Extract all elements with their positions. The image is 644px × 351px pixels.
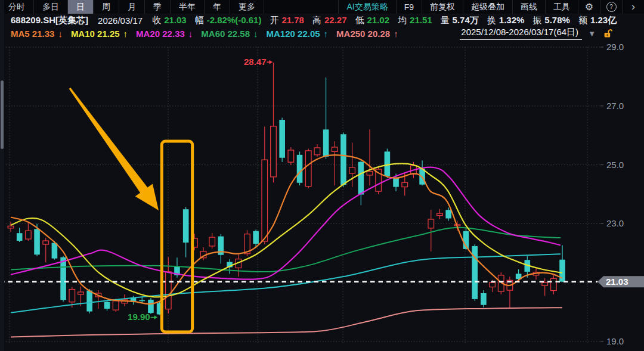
candle-body-up: [367, 171, 373, 175]
candle-body-down: [559, 260, 565, 282]
low-annotation: 19.90: [128, 312, 150, 322]
tab-分时[interactable]: 分时: [0, 0, 34, 14]
tab-多日[interactable]: 多日: [34, 0, 68, 14]
trend-arrow-icon: ↑: [394, 29, 398, 39]
ma-legend-MA60: MA60 22.58↓: [201, 29, 260, 39]
candle-body-up: [43, 241, 49, 244]
ma-line-MA120: [11, 254, 561, 312]
axis-label: 23.0: [606, 218, 624, 228]
ma-line-MA20: [11, 167, 561, 279]
low-arrowhead: [154, 315, 157, 319]
toolbar-button-超级叠加[interactable]: 超级叠加: [463, 0, 512, 14]
period-tabs: 分时多日日周月季半年年更多: [0, 0, 264, 14]
candle-body-down: [472, 246, 478, 299]
gear-icon[interactable]: ⚙: [578, 0, 600, 14]
period-toolbar: 分时多日日周月季半年年更多 AI交易策略F9前复权超级叠加画线工具⚙?›: [0, 0, 644, 14]
trend-arrow-icon: ↓: [188, 29, 193, 39]
trend-arrow-icon: ↓: [58, 29, 63, 39]
candle-body-down: [60, 257, 66, 300]
help-icon[interactable]: ?: [600, 0, 622, 14]
candle-body-up: [314, 148, 320, 155]
candle-body-down: [279, 120, 285, 158]
candle-body-up: [349, 167, 355, 173]
trend-arrow-icon: ↑: [123, 29, 128, 39]
candle-body-down: [183, 209, 189, 243]
candle-body-up: [26, 231, 32, 239]
candle-body-down: [253, 231, 259, 244]
candle-body-up: [78, 292, 84, 294]
last-price-tag-label: 21.03: [606, 277, 628, 287]
candle-body-up: [69, 290, 75, 302]
field-低: 低21.02: [355, 15, 390, 26]
chart-grid: [6, 47, 600, 344]
toolbar-right: AI交易策略F9前复权超级叠加画线工具⚙?›: [338, 0, 644, 14]
ma-legend-MA20: MA20 22.33↓: [136, 29, 195, 39]
ma-legend-MA5: MA5 21.33↓: [11, 29, 65, 39]
toolbar-button-AI交易策略[interactable]: AI交易策略: [338, 0, 395, 14]
quote-fields: 收21.03幅-2.82%(-0.61)开21.78高22.27低21.02均2…: [152, 15, 625, 26]
candle-body-down: [340, 134, 346, 185]
candle-body-up: [271, 126, 277, 177]
quote-info-bar: 688209.SH[英集芯] 2026/03/17 收21.03幅-2.82%(…: [0, 14, 644, 27]
ma-legend-MA250: MA250 20.28↑: [336, 29, 401, 39]
candle-body-up: [402, 182, 408, 187]
tab-年[interactable]: 年: [205, 0, 230, 14]
price-axis: 29.027.025.023.019.021.03: [597, 42, 644, 346]
range-dropdown-icon[interactable]: ▼: [588, 29, 596, 38]
field-换: 换1.32%: [487, 15, 525, 26]
candle-body-up: [428, 219, 434, 228]
ma-legend-MA120: MA120 22.05↑: [267, 29, 331, 39]
candle-body-down: [297, 155, 303, 183]
quote-date: 2026/03/17: [98, 15, 143, 26]
candle-body-up: [209, 237, 215, 246]
date-range-label[interactable]: 2025/12/08-2026/03/17(64日): [460, 27, 582, 40]
high-annotation: 28.47: [244, 57, 267, 67]
toolbar-button-F9[interactable]: F9: [396, 0, 422, 14]
candle-body-up: [288, 150, 294, 162]
candle-body-up: [490, 282, 496, 287]
candle-body-down: [139, 300, 145, 301]
ma-legend-MA10: MA10 21.25↑: [71, 29, 130, 39]
candle-body-up: [551, 278, 557, 290]
tab-月[interactable]: 月: [119, 0, 145, 14]
unlock-icon[interactable]: [603, 29, 613, 39]
candle-body-down: [34, 229, 40, 254]
toolbar-button-画线[interactable]: 画线: [512, 0, 545, 14]
chevron-right-icon[interactable]: ›: [622, 0, 644, 14]
trading-app-window: { "toolbar": { "tabs": [ {"label":"分时","…: [0, 0, 644, 351]
field-均: 均21.51: [398, 15, 432, 26]
tab-半年[interactable]: 半年: [171, 0, 205, 14]
tab-周[interactable]: 周: [94, 0, 119, 14]
ma-lines-layer: [11, 155, 562, 337]
ma-legend-bar: MA5 21.33↓MA10 21.25↑MA20 22.33↓MA60 22.…: [0, 27, 644, 39]
trend-arrow-icon: ↑: [324, 29, 329, 39]
candle-body-down: [358, 162, 364, 195]
candle-body-down: [393, 178, 399, 187]
trend-arrow-icon: ↓: [253, 29, 258, 39]
toolbar-button-前复权[interactable]: 前复权: [422, 0, 463, 14]
ma-line-MA250: [11, 307, 562, 337]
candle-body-up: [542, 282, 548, 285]
candle-body-up: [113, 301, 119, 310]
side-scrollbar[interactable]: [0, 0, 4, 351]
candle-body-up: [262, 160, 268, 241]
scrollbar-thumb[interactable]: [1, 80, 4, 149]
tab-更多[interactable]: 更多: [230, 0, 264, 14]
field-开: 开21.78: [270, 15, 304, 26]
candlestick-chart[interactable]: 28.4719.9029.027.025.023.019.021.03: [0, 0, 644, 351]
axis-label: 29.0: [606, 42, 624, 52]
tab-日[interactable]: 日: [68, 0, 94, 14]
date-range-control: 2025/12/08-2026/03/17(64日) ▼: [460, 27, 613, 40]
field-高: 高22.27: [312, 15, 347, 26]
candle-body-down: [323, 129, 329, 156]
toolbar-button-工具[interactable]: 工具: [545, 0, 578, 14]
candle-body-down: [385, 151, 391, 176]
symbol-name: 688209.SH[英集芯]: [11, 15, 88, 26]
ma-legend-items: MA5 21.33↓MA10 21.25↑MA20 22.33↓MA60 22.…: [11, 29, 407, 39]
high-arrowhead: [269, 60, 272, 64]
ma-line-MA10: [11, 164, 562, 297]
tab-季[interactable]: 季: [145, 0, 171, 14]
field-量: 量5.74万: [441, 15, 479, 26]
candle-body-up: [332, 147, 338, 151]
axis-label: 19.0: [606, 336, 624, 346]
